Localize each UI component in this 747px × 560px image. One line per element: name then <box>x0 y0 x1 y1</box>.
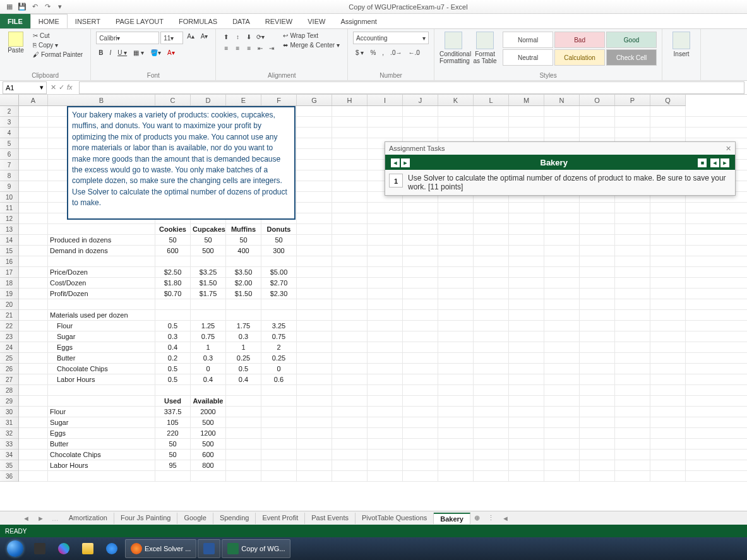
cell-L15[interactable] <box>474 246 509 256</box>
cell-G34[interactable] <box>297 450 332 460</box>
cell-P26[interactable] <box>615 364 650 374</box>
sheet-tab-past-events[interactable]: Past Events <box>305 513 356 524</box>
cell-F23[interactable]: 0.75 <box>261 331 297 342</box>
cell-C36[interactable] <box>155 471 191 481</box>
cell-I2[interactable] <box>368 106 403 116</box>
cell-B17[interactable]: Price/Dozen <box>48 267 155 277</box>
col-header-A[interactable]: A <box>19 95 48 105</box>
cell-Q13[interactable] <box>650 224 686 234</box>
cell-C14[interactable]: 50 <box>155 235 191 245</box>
cell-C18[interactable]: $1.80 <box>155 278 191 288</box>
cell-M31[interactable] <box>509 417 544 427</box>
cancel-formula-icon[interactable]: ✕ <box>51 83 56 92</box>
cell-A21[interactable] <box>19 310 48 320</box>
cell-P14[interactable] <box>615 235 650 245</box>
cell-E21[interactable] <box>226 310 261 320</box>
cell-P24[interactable] <box>615 342 650 352</box>
col-header-I[interactable]: I <box>368 95 403 105</box>
cell-I11[interactable] <box>368 203 403 213</box>
cell-C17[interactable]: $2.50 <box>155 267 191 277</box>
row-header-7[interactable]: 7 <box>0 160 18 170</box>
cell-E31[interactable] <box>226 417 261 427</box>
cell-L36[interactable] <box>474 471 509 481</box>
style-bad[interactable]: Bad <box>554 32 605 48</box>
cell-D33[interactable]: 500 <box>191 439 226 449</box>
cell-N27[interactable] <box>544 374 580 384</box>
cell-N12[interactable] <box>544 213 580 223</box>
cell-J32[interactable] <box>403 428 438 438</box>
cell-F14[interactable]: 50 <box>261 235 297 245</box>
cell-G31[interactable] <box>297 417 332 427</box>
cell-O32[interactable] <box>580 428 615 438</box>
cell-K4[interactable] <box>438 128 474 138</box>
row-header-10[interactable]: 10 <box>0 192 18 203</box>
cell-Q36[interactable] <box>650 471 686 481</box>
cell-J28[interactable] <box>403 385 438 395</box>
row-header-8[interactable]: 8 <box>0 170 18 181</box>
cell-K35[interactable] <box>438 460 474 470</box>
cell-I13[interactable] <box>368 224 403 234</box>
cell-O29[interactable] <box>580 396 615 406</box>
cell-K34[interactable] <box>438 450 474 460</box>
align-middle-icon[interactable]: ↕ <box>232 32 242 42</box>
cell-J35[interactable] <box>403 460 438 470</box>
cell-B19[interactable]: Profit/Dozen <box>48 289 155 299</box>
cell-N19[interactable] <box>544 289 580 299</box>
cell-G15[interactable] <box>297 246 332 256</box>
cell-K25[interactable] <box>438 353 474 363</box>
cell-A24[interactable] <box>19 342 48 352</box>
cell-K31[interactable] <box>438 417 474 427</box>
cell-G2[interactable] <box>297 106 332 116</box>
cell-J15[interactable] <box>403 246 438 256</box>
cell-F30[interactable] <box>261 407 297 417</box>
cell-B33[interactable]: Butter <box>48 439 155 449</box>
cell-I4[interactable] <box>368 128 403 138</box>
cell-Q35[interactable] <box>650 460 686 470</box>
cell-D26[interactable]: 0 <box>191 364 226 374</box>
cell-L16[interactable] <box>474 256 509 266</box>
cell-K21[interactable] <box>438 310 474 320</box>
tab-view[interactable]: VIEW <box>300 14 333 28</box>
task-next2-icon[interactable]: ► <box>720 158 729 167</box>
cell-B31[interactable]: Sugar <box>48 417 155 427</box>
cell-I28[interactable] <box>368 385 403 395</box>
cell-K26[interactable] <box>438 364 474 374</box>
italic-button[interactable]: I <box>107 48 114 57</box>
cell-G26[interactable] <box>297 364 332 374</box>
cell-L28[interactable] <box>474 385 509 395</box>
comma-button[interactable]: , <box>379 48 386 57</box>
cell-H2[interactable] <box>332 106 368 116</box>
name-box[interactable]: A1▾ <box>3 81 47 94</box>
cell-C27[interactable]: 0.5 <box>155 374 191 384</box>
row-header-23[interactable]: 23 <box>0 331 18 342</box>
cell-A7[interactable] <box>19 160 48 170</box>
cell-B16[interactable] <box>48 256 155 266</box>
cell-K2[interactable] <box>438 106 474 116</box>
cell-P21[interactable] <box>615 310 650 320</box>
cell-Q15[interactable] <box>650 246 686 256</box>
cell-O35[interactable] <box>580 460 615 470</box>
col-header-O[interactable]: O <box>580 95 615 105</box>
cell-H34[interactable] <box>332 450 368 460</box>
font-size-select[interactable]: 11 ▾ <box>160 32 183 44</box>
cell-L11[interactable] <box>474 203 509 213</box>
cell-G6[interactable] <box>297 149 332 159</box>
row-header-35[interactable]: 35 <box>0 460 18 471</box>
cell-D17[interactable]: $3.25 <box>191 267 226 277</box>
cell-M18[interactable] <box>509 278 544 288</box>
cell-F29[interactable] <box>261 396 297 406</box>
cell-I25[interactable] <box>368 353 403 363</box>
cell-I12[interactable] <box>368 213 403 223</box>
cell-O31[interactable] <box>580 417 615 427</box>
cell-N30[interactable] <box>544 407 580 417</box>
insert-cells-button[interactable]: Insert <box>667 32 695 57</box>
cell-H23[interactable] <box>332 331 368 342</box>
cell-A25[interactable] <box>19 353 48 363</box>
row-header-20[interactable]: 20 <box>0 299 18 310</box>
col-header-J[interactable]: J <box>403 95 438 105</box>
cell-B23[interactable]: Sugar <box>48 331 155 342</box>
cell-L12[interactable] <box>474 213 509 223</box>
cell-F32[interactable] <box>261 428 297 438</box>
cell-G33[interactable] <box>297 439 332 449</box>
cell-I19[interactable] <box>368 289 403 299</box>
